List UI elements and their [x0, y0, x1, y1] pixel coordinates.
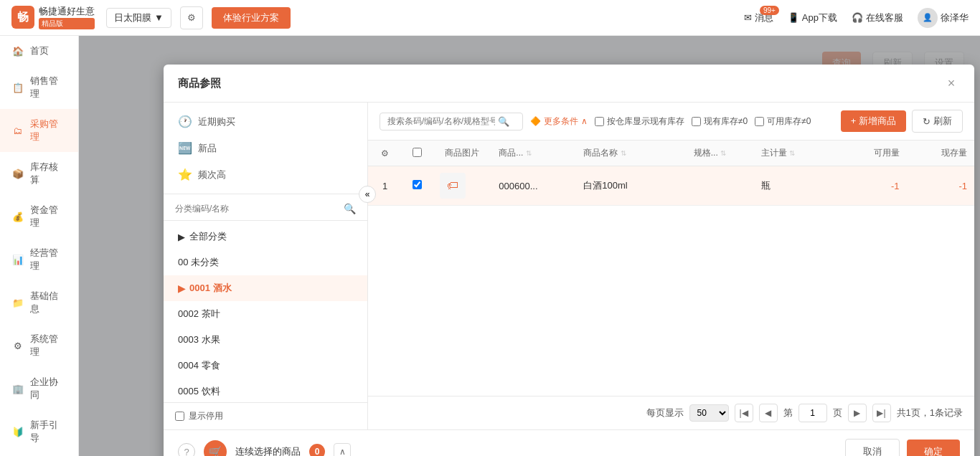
category-item-0002[interactable]: 0002 茶叶 — [164, 301, 367, 327]
finance-icon: 💰 — [11, 210, 24, 223]
sidebar-item-finance[interactable]: 💰 资金管理 — [0, 195, 78, 238]
col-unit[interactable]: 主计量 — [754, 141, 821, 166]
search-icon[interactable]: 🔍 — [498, 116, 509, 127]
modal-body: 🕐 近期购买 🆕 新品 ⭐ 频次高 — [164, 103, 974, 429]
col-img: 商品图片 — [433, 141, 492, 166]
confirm-button[interactable]: 确定 — [907, 440, 960, 456]
sidebar-item-system[interactable]: ⚙ 系统管理 — [0, 324, 78, 367]
select-all-checkbox[interactable] — [413, 148, 422, 157]
modal-header: 商品参照 × — [164, 65, 974, 103]
sidebar-item-enterprise[interactable]: 🏢 企业协同 — [0, 367, 78, 410]
show-disabled-checkbox[interactable] — [175, 412, 184, 421]
headset-icon: 🎧 — [852, 12, 863, 23]
pagination-bar: 每页显示 50 100 200 |◀ ◀ 第 页 ▶ ▶| 共1页，1 — [368, 396, 974, 429]
settings-icon[interactable]: ⚙ — [180, 6, 203, 29]
modal-bottom-bar: ? 🛒 连续选择的商品 0 ∧ 取消 确定 — [164, 429, 974, 456]
category-item-0004[interactable]: 0004 零食 — [164, 353, 367, 379]
cancel-button[interactable]: 取消 — [845, 439, 900, 456]
checkbox-nonzero-avail[interactable]: 可用库存≠0 — [755, 115, 811, 128]
user-avatar: 👤 — [918, 8, 938, 28]
row-img: 🏷 — [433, 166, 492, 206]
sidebar-item-sales[interactable]: 📋 销售管理 — [0, 66, 78, 109]
category-item-00[interactable]: 00 未分类 — [164, 250, 367, 275]
col-check — [402, 141, 432, 166]
cart-label: 连续选择的商品 — [235, 445, 301, 456]
modal-tab-frequent[interactable]: ⭐ 频次高 — [164, 161, 367, 188]
refresh-button[interactable]: ↻ 刷新 — [912, 110, 963, 133]
checkbox-warehouse-input[interactable] — [595, 117, 604, 126]
logo-icon: 畅 — [11, 6, 34, 29]
logo-badge: 精品版 — [39, 18, 95, 29]
modal-left-panel: 🕐 近期购买 🆕 新品 ⭐ 频次高 — [164, 103, 368, 429]
sidebar: 🏠 首页 📋 销售管理 🗂 采购管理 📦 库存核算 💰 资金管理 📊 经营管理 … — [0, 36, 79, 456]
sidebar-item-home[interactable]: 🏠 首页 — [0, 36, 78, 66]
category-item-all[interactable]: ▶ 全部分类 — [164, 224, 367, 250]
sidebar-item-guide[interactable]: 🔰 新手引导 — [0, 410, 78, 453]
page-label: 第 — [783, 407, 793, 419]
modal-tab-recent[interactable]: 🕐 近期购买 — [164, 108, 367, 135]
col-spec[interactable]: 规格... — [687, 141, 754, 166]
col-name[interactable]: 商品名称 — [576, 141, 686, 166]
category-list: ▶ 全部分类 00 未分类 ▶ 0001 酒水 0002 茶叶 — [164, 221, 367, 402]
row-stock: -1 — [907, 166, 974, 206]
last-page-button[interactable]: ▶| — [872, 404, 891, 422]
nav-service[interactable]: 🎧 在线客服 — [852, 11, 903, 24]
add-product-button[interactable]: + 新增商品 — [841, 110, 906, 132]
product-image: 🏷 — [440, 173, 466, 199]
category-item-0001[interactable]: ▶ 0001 酒水 — [164, 275, 367, 301]
sidebar-item-inventory[interactable]: 📦 库存核算 — [0, 152, 78, 195]
next-page-button[interactable]: ▶ — [848, 404, 867, 422]
more-filter-button[interactable]: 🔶 更多条件 ∧ — [530, 115, 588, 128]
collapse-left-button[interactable]: « — [359, 186, 376, 203]
category-item-0003[interactable]: 0003 水果 — [164, 327, 367, 353]
row-avail: -1 — [822, 166, 907, 206]
page-input[interactable] — [798, 404, 827, 422]
cart-icon[interactable]: 🛒 — [204, 440, 227, 456]
try-industry-button[interactable]: 体验行业方案 — [212, 7, 291, 29]
modal-right-panel: 🔍 🔶 更多条件 ∧ 按仓库显示现有库存 — [368, 103, 974, 429]
show-disabled-footer: 显示停用 — [164, 402, 367, 429]
show-disabled-label[interactable]: 显示停用 — [189, 410, 223, 422]
col-stock: 现存量 — [907, 141, 974, 166]
sidebar-item-operation[interactable]: 📊 经营管理 — [0, 238, 78, 281]
sidebar-item-purchase[interactable]: 🗂 采购管理 — [0, 109, 78, 152]
home-icon: 🏠 — [11, 44, 24, 57]
first-page-button[interactable]: |◀ — [735, 404, 753, 422]
sidebar-item-basic[interactable]: 📁 基础信息 — [0, 281, 78, 324]
col-code[interactable]: 商品... — [491, 141, 576, 166]
product-reference-modal: 商品参照 × 🕐 近期购买 🆕 新品 — [164, 65, 974, 456]
arrow-icon: ▶ — [178, 232, 185, 242]
table-row[interactable]: 1 🏷 000600... — [368, 166, 974, 206]
checkbox-nonzero-avail-input[interactable] — [755, 117, 764, 126]
nav-app-download[interactable]: 📱 App下载 — [788, 11, 837, 24]
row-name: 白酒100ml — [576, 166, 686, 206]
row-check[interactable] — [402, 166, 432, 206]
refresh-icon: ↻ — [923, 116, 930, 127]
search-icon[interactable]: 🔍 — [344, 203, 356, 214]
filter-icon: 🔶 — [530, 116, 541, 126]
modal-tab-new[interactable]: 🆕 新品 — [164, 135, 367, 161]
nav-message[interactable]: ✉ 消息 99+ — [744, 11, 773, 24]
main-layout: 🏠 首页 📋 销售管理 🗂 采购管理 📦 库存核算 💰 资金管理 📊 经营管理 … — [0, 36, 980, 456]
category-item-0005[interactable]: 0005 饮料 — [164, 379, 367, 402]
nav-user[interactable]: 👤 徐泽华 — [918, 8, 969, 28]
store-select[interactable]: 日太阳膜 ▼ — [106, 8, 171, 28]
checkbox-nonzero-stock-input[interactable] — [692, 117, 701, 126]
checkbox-warehouse[interactable]: 按仓库显示现有库存 — [595, 115, 684, 128]
message-icon: ✉ — [744, 12, 752, 23]
category-search-input[interactable] — [175, 204, 339, 214]
col-settings[interactable]: ⚙ — [368, 141, 402, 166]
modal-title: 商品参照 — [178, 77, 221, 90]
help-icon[interactable]: ? — [178, 443, 195, 456]
content-area: 查询 刷新 设置 商品参照 × 🕐 — [79, 36, 980, 456]
page-size-select[interactable]: 50 100 200 — [689, 404, 729, 422]
sidebar-item-appcenter[interactable]: 📱 应用中心 — [0, 453, 78, 456]
prev-page-button[interactable]: ◀ — [759, 404, 778, 422]
checkbox-nonzero-stock[interactable]: 现有库存≠0 — [692, 115, 748, 128]
arrow-icon-active: ▶ — [178, 283, 185, 294]
modal-close-button[interactable]: × — [943, 75, 960, 92]
page-size-label: 每页显示 — [646, 407, 684, 419]
product-search-input[interactable] — [387, 116, 495, 126]
toolbar-right: + 新增商品 ↻ 刷新 — [841, 110, 963, 133]
collapse-cart-button[interactable]: ∧ — [334, 443, 351, 456]
